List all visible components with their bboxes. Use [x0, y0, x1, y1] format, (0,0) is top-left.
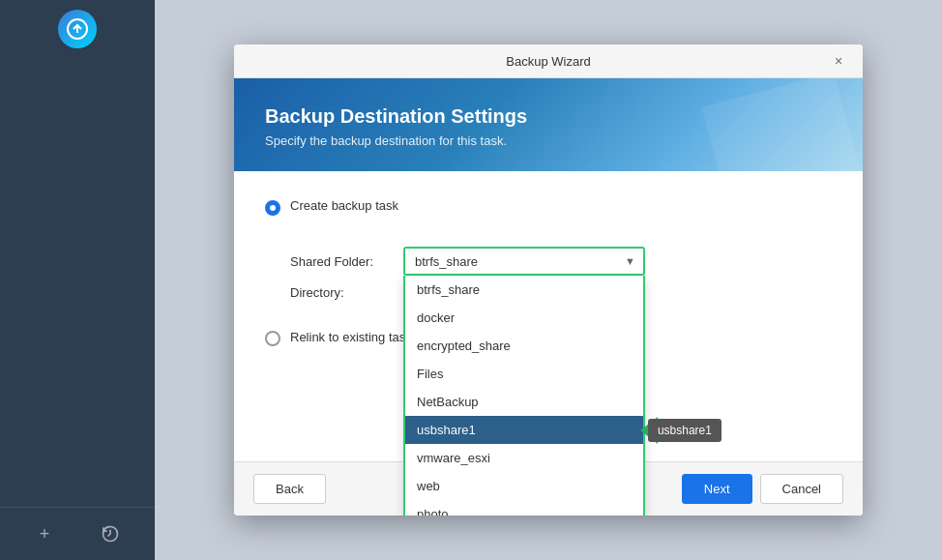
close-button[interactable]: × — [830, 52, 847, 70]
footer-right: Next Cancel — [682, 474, 843, 504]
header-title: Backup Destination Settings — [265, 105, 832, 128]
modal-titlebar: Backup Wizard × — [234, 44, 863, 78]
dropdown-selected-value: btrfs_share — [415, 254, 478, 269]
shared-folder-label: Shared Folder: — [290, 254, 392, 269]
history-button[interactable] — [96, 519, 125, 548]
app-logo — [58, 10, 97, 48]
create-backup-option[interactable]: Create backup task — [265, 198, 832, 216]
dropdown-item-docker[interactable]: docker — [405, 304, 643, 332]
dropdown-item-vmware_esxi[interactable]: vmware_esxi — [405, 444, 643, 472]
dropdown-menu: btrfs_share docker encrypted_share Files… — [403, 276, 645, 516]
shared-folder-dropdown-container: btrfs_share ▼ btrfs_share docker encrypt… — [403, 247, 645, 276]
shared-folder-row: Shared Folder: btrfs_share ▼ btrfs_share — [290, 247, 832, 276]
footer-left: Back — [253, 474, 326, 504]
desktop: + Backup Wizard × — [0, 0, 942, 560]
cancel-button[interactable]: Cancel — [760, 474, 843, 504]
dropdown-item-web[interactable]: web — [405, 472, 643, 500]
shared-folder-dropdown[interactable]: btrfs_share ▼ — [403, 247, 645, 276]
sidebar: + — [0, 0, 155, 560]
directory-label: Directory: — [290, 285, 392, 300]
modal-title: Backup Wizard — [267, 54, 830, 69]
arrow-head — [640, 417, 658, 444]
back-button[interactable]: Back — [253, 474, 326, 504]
dropdown-item-NetBackup[interactable]: NetBackup — [405, 388, 643, 416]
header-subtitle: Specify the backup destination for this … — [265, 133, 832, 148]
dropdown-item-btrfs_share[interactable]: btrfs_share — [405, 276, 643, 304]
create-backup-radio[interactable] — [265, 200, 280, 216]
next-button[interactable]: Next — [682, 474, 752, 504]
dropdown-item-usbshare1[interactable]: usbshare1 usbshare1 — [405, 416, 643, 444]
arrow-body — [658, 425, 696, 436]
sidebar-bottom: + — [0, 507, 155, 560]
dropdown-item-Files[interactable]: Files — [405, 360, 643, 388]
create-backup-label: Create backup task — [290, 198, 398, 213]
modal-overlay: Backup Wizard × Backup Destination Setti… — [155, 0, 942, 560]
modal-body: Create backup task Shared Folder: btrfs_… — [234, 171, 863, 461]
relink-radio[interactable] — [265, 331, 280, 346]
main-area: Backup Wizard × Backup Destination Setti… — [155, 0, 942, 560]
add-button[interactable]: + — [30, 519, 59, 548]
radio-group: Create backup task Shared Folder: btrfs_… — [265, 198, 832, 346]
backup-wizard-modal: Backup Wizard × Backup Destination Setti… — [234, 44, 863, 516]
dropdown-arrow-icon: ▼ — [625, 255, 635, 267]
dropdown-item-photo[interactable]: photo — [405, 500, 643, 516]
dropdown-item-encrypted_share[interactable]: encrypted_share — [405, 332, 643, 360]
modal-header: Backup Destination Settings Specify the … — [234, 78, 863, 171]
create-backup-form: Shared Folder: btrfs_share ▼ btrfs_share — [290, 247, 832, 309]
green-arrow — [640, 417, 696, 444]
